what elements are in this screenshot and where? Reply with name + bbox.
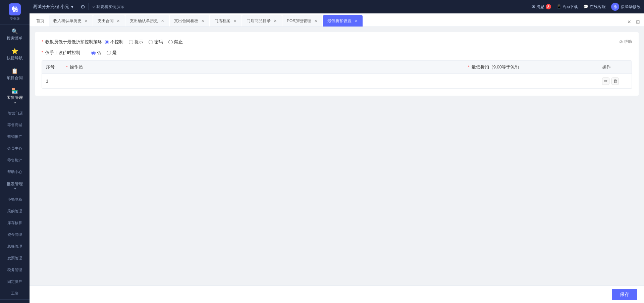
tab-store-file-label: 门店档案: [214, 18, 230, 24]
sidebar-item-purchase[interactable]: 采购管理: [0, 205, 30, 217]
tab-home-label: 首页: [36, 18, 44, 24]
tab-close-store-products[interactable]: ✕: [273, 19, 277, 23]
app-download-button[interactable]: 📱 App下载: [556, 4, 578, 10]
tab-close-all-button[interactable]: ✕: [626, 18, 633, 25]
tab-close-min-discount[interactable]: ✕: [354, 19, 358, 23]
sidebar-item-online-shop[interactable]: 零售商城: [0, 119, 30, 131]
topbar-right: ✉ 消息 8 📱 App下载 💬 在线客服 徐 徐泽华修改: [532, 3, 641, 11]
sidebar-item-retail[interactable]: 🏪 零售管理 ▲: [0, 84, 30, 107]
radio-no-control-label: 不控制: [110, 39, 123, 45]
tab-home[interactable]: 首页: [32, 15, 48, 27]
project-selector[interactable]: 测试分开完程-小兄 ▾: [33, 4, 73, 10]
tab-payment-contract-board[interactable]: 支出合同看板 ✕: [170, 15, 209, 27]
th-seq: 序号: [42, 61, 62, 73]
message-button[interactable]: ✉ 消息 8: [532, 4, 551, 10]
radio-no[interactable]: 否: [91, 50, 101, 56]
tab-close-income-history[interactable]: ✕: [84, 19, 88, 23]
radio-no-control[interactable]: 不控制: [105, 39, 123, 45]
project-name: 测试分开完程-小兄: [33, 4, 69, 10]
topbar-settings-icon[interactable]: ⚙: [80, 4, 85, 10]
save-button[interactable]: 保存: [612, 289, 637, 300]
required-star2: *: [42, 50, 43, 55]
topbar: 测试分开完程-小兄 ▾ ⚙ ○ 我要看实例演示 ✉ 消息 8 📱 App下载 💬…: [30, 0, 644, 13]
radio-no-control-input[interactable]: [105, 40, 109, 44]
sidebar-item-finance[interactable]: 资金管理: [0, 229, 30, 241]
edit-button[interactable]: ✏: [602, 78, 609, 85]
manual-price-options: 否 是: [91, 50, 117, 56]
tab-pos-password[interactable]: POS加密管理 ✕: [282, 15, 322, 27]
radio-forbid-input[interactable]: [168, 40, 173, 44]
sidebar-item-smart-store[interactable]: 智营门店: [0, 107, 30, 119]
topbar-divider2: [89, 3, 89, 10]
tab-min-discount[interactable]: 最低折扣设置 ✕: [323, 15, 363, 27]
radio-remind-input[interactable]: [129, 40, 133, 44]
online-service-button[interactable]: 💬 在线客服: [583, 4, 606, 10]
tab-store-products[interactable]: 门店商品目录 ✕: [242, 15, 282, 27]
radio-password-input[interactable]: [149, 40, 153, 44]
radio-yes[interactable]: 是: [107, 50, 117, 56]
sidebar-item-salary[interactable]: 工资: [0, 288, 30, 299]
radio-yes-input[interactable]: [107, 51, 111, 55]
tab-close-payment-contract-board[interactable]: ✕: [200, 19, 205, 23]
sidebar-item-ecommerce[interactable]: 小畅电商: [0, 194, 30, 205]
tab-close-payment-contract[interactable]: ✕: [116, 19, 120, 23]
sidebar-item-wholesale[interactable]: 批发管理 ▼: [0, 178, 30, 194]
tab-payment-contract[interactable]: 支出合同 ✕: [93, 15, 125, 27]
demo-link[interactable]: ○ 我要看实例演示: [92, 4, 124, 10]
td-action: ✏ 🗑: [598, 74, 632, 88]
project-arrow-icon: ▾: [71, 4, 73, 9]
table-row: 1 ✏ 🗑: [42, 74, 632, 89]
search-icon: 🔍: [11, 28, 18, 35]
delete-button[interactable]: 🗑: [611, 78, 619, 85]
sidebar-item-search[interactable]: 🔍 搜索菜单: [0, 25, 30, 45]
tab-close-pos-password[interactable]: ✕: [313, 19, 318, 23]
sidebar-salary-label: 工资: [11, 291, 18, 296]
sidebar-logo: 畅 专业版: [0, 0, 30, 25]
th-action: 操作: [598, 61, 632, 73]
radio-remind[interactable]: 提示: [129, 39, 143, 45]
help-text: 帮助: [624, 39, 632, 45]
help-link[interactable]: ② 帮助: [619, 39, 632, 45]
tab-income-history[interactable]: 收入确认单历史 ✕: [49, 15, 93, 27]
tab-close-store-file[interactable]: ✕: [232, 19, 237, 23]
discount-table: 序号 * 操作员 * 最低折扣（9.00等于9折） 操作: [42, 60, 632, 89]
message-badge: 8: [546, 4, 551, 9]
sidebar-item-tax[interactable]: 税务管理: [0, 264, 30, 276]
sidebar-item-help[interactable]: 帮助中心: [0, 166, 30, 178]
topbar-divider: [77, 3, 77, 10]
radio-password-label: 密码: [154, 39, 163, 45]
sidebar-item-quicknav[interactable]: ⭐ 快捷导航: [0, 45, 30, 64]
manual-price-row: * 仅手工改价时控制 否 是: [42, 50, 632, 56]
demo-text: 我要看实例演示: [96, 4, 124, 10]
radio-password[interactable]: 密码: [149, 39, 163, 45]
help-icon: ②: [619, 40, 623, 44]
sidebar-item-project[interactable]: 📋 项目合同: [0, 64, 30, 84]
main-area: 测试分开完程-小兄 ▾ ⚙ ○ 我要看实例演示 ✉ 消息 8 📱 App下载 💬…: [30, 0, 644, 303]
star-icon: ⭐: [11, 48, 18, 54]
sidebar-item-marketing[interactable]: 营销推广: [0, 131, 30, 143]
tab-min-discount-label: 最低折扣设置: [327, 18, 352, 24]
sidebar-item-invoice[interactable]: 发票管理: [0, 252, 30, 264]
sidebar-item-label: 零售管理: [7, 95, 23, 101]
discount-policy-label: * 收银员低于最低折扣控制策略: [42, 39, 102, 45]
sidebar-item-ledger[interactable]: 总账管理: [0, 241, 30, 252]
tab-store-file[interactable]: 门店档案 ✕: [210, 15, 241, 27]
tab-close-payment-confirm-history[interactable]: ✕: [160, 19, 165, 23]
sidebar-ecommerce-label: 小畅电商: [7, 197, 22, 202]
tab-income-history-label: 收入确认单历史: [53, 18, 82, 24]
tab-expand-button[interactable]: ⊞: [635, 18, 641, 25]
sidebar-item-retail-stats[interactable]: 零售统计: [0, 154, 30, 166]
user-menu[interactable]: 徐 徐泽华修改: [611, 3, 641, 11]
project-icon: 📋: [11, 68, 18, 74]
sidebar-item-assets[interactable]: 固定资产: [0, 276, 30, 288]
radio-no-input[interactable]: [91, 51, 96, 55]
app-download-icon: 📱: [556, 4, 561, 9]
radio-yes-label: 是: [112, 50, 117, 56]
tab-payment-confirm-history[interactable]: 支出确认单历史 ✕: [125, 15, 169, 27]
app-download-label: App下载: [563, 4, 578, 10]
radio-forbid[interactable]: 禁止: [168, 39, 183, 45]
tab-payment-contract-board-label: 支出合同看板: [174, 18, 198, 24]
sidebar-item-inventory[interactable]: 库存核算: [0, 217, 30, 229]
sidebar-item-label: 项目合同: [7, 75, 23, 81]
sidebar-item-member[interactable]: 会员中心: [0, 143, 30, 154]
